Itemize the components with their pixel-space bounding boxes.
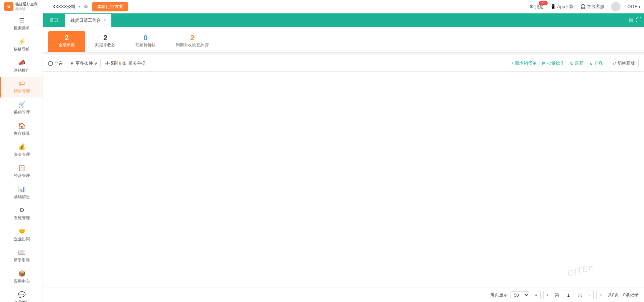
prev-page-button[interactable]: ‹ (543, 291, 552, 299)
sidebar-item-guide[interactable]: 📖 新手引导 (0, 245, 43, 266)
filter-chevron: ∨ (94, 61, 98, 66)
sidebar-item-cooperation[interactable]: 🤝 企业协同 (0, 224, 43, 245)
sidebar-item-operations[interactable]: 📋 经营管理 (0, 161, 43, 182)
system-icon: ⚙ (19, 206, 24, 214)
first-page-button[interactable]: « (532, 291, 541, 299)
sidebar-label-guide: 新手引导 (14, 257, 30, 263)
logo-text-block: 畅捷通好生意 标准版 (15, 2, 38, 11)
batch-icon: ⊞ (542, 61, 546, 66)
sidebar-item-quick-nav[interactable]: ⚡ 快捷导航 (0, 35, 43, 56)
found-text: 共找到 0 条 相关单据 (105, 60, 146, 66)
sidebar-item-finance[interactable]: 💰 资金管理 (0, 140, 43, 161)
empty-list-area (43, 72, 644, 288)
filter-icon: ▼ (70, 61, 74, 66)
sidebar-label-basic-info: 基础信息 (14, 194, 30, 200)
sidebar-label-quick-nav: 快捷导航 (14, 47, 30, 52)
sidebar-label-cooperation: 企业协同 (14, 236, 30, 242)
sidebar-item-marketing[interactable]: 📣 营销推广 (0, 56, 43, 77)
company-name: XXXXX公司 (52, 4, 75, 10)
message-badge: 99+ (539, 1, 548, 5)
found-count: 0 (119, 61, 121, 66)
switch-version-button[interactable]: ⇄ 切换新版 (609, 59, 639, 68)
stat-label-all: 全部单据 (59, 42, 75, 48)
sidebar: ☰ 搜索菜单 ⚡ 快捷导航 📣 营销推广 🏷 销售管理 🛒 采购管理 🏠 库存核… (0, 13, 43, 302)
stat-number-overdue: 2 (103, 34, 107, 42)
finance-icon: 💰 (18, 143, 25, 150)
select-all-input[interactable] (48, 61, 53, 66)
message-button[interactable]: ✉ 消息 99+ (530, 4, 544, 10)
stat-tab-all[interactable]: 2 全部单据 (48, 31, 85, 52)
sidebar-item-app-center[interactable]: 📦 应用中心 (0, 266, 43, 288)
total-records-label: 共0页，0条记录 (608, 292, 639, 298)
sidebar-item-system[interactable]: ⚙ 系统管理 (0, 203, 43, 224)
sales-icon: 🏷 (19, 80, 25, 87)
company-selector[interactable]: XXXXX公司 ▼ (52, 4, 81, 10)
stat-tab-shipped[interactable]: 2 到期未收款 已出库 (166, 31, 219, 52)
print-label: 打印 (595, 60, 603, 66)
trial-button[interactable]: 体验行业方案 (92, 2, 128, 11)
purchase-icon: 🛒 (18, 101, 25, 108)
tab-qianhuo[interactable]: 钱货日清工作台 × (65, 14, 111, 27)
logo-area: 6 畅捷通好生意 标准版 (4, 2, 47, 11)
tab-close-icon[interactable]: × (104, 18, 106, 23)
sidebar-item-sales[interactable]: 🏷 销售管理 (0, 77, 43, 98)
settings-icon[interactable]: ⚙ (84, 3, 88, 10)
chevron-down-icon: ▼ (77, 5, 81, 8)
toolbar: 全选 ▼ 更多条件 ∨ 共找到 0 条 相关单据 + 新增销货单 ⊞ (43, 55, 644, 72)
sidebar-label-app-center: 应用中心 (14, 279, 30, 284)
avatar[interactable] (611, 2, 621, 11)
print-icon: 🖨 (589, 61, 593, 66)
top-bar: 6 畅捷通好生意 标准版 XXXXX公司 ▼ ⚙ 体验行业方案 ✉ 消息 99+… (0, 0, 644, 13)
stat-label-overdue: 到期未收款 (95, 42, 115, 48)
batch-label: 批量操作 (547, 60, 565, 66)
stat-tab-pending[interactable]: 0 旺辅待确认 (125, 31, 166, 52)
sidebar-label-wechat: 企业微信 (14, 300, 30, 302)
guide-icon: 📖 (18, 249, 25, 256)
last-page-button[interactable]: » (596, 291, 605, 299)
sidebar-item-basic-info[interactable]: 📊 基础信息 (0, 182, 43, 203)
sidebar-item-search-menu[interactable]: ☰ 搜索菜单 (0, 13, 43, 35)
refresh-label: 刷新 (575, 60, 584, 66)
app-download-button[interactable]: 📱 App下载 (550, 4, 574, 10)
sidebar-label-sales: 销售管理 (14, 88, 30, 94)
stats-tabs: 2 全部单据 2 到期未收款 0 旺辅待确认 2 到期未收款 已出库 (43, 27, 644, 53)
per-page-select[interactable]: 50 100 200 (511, 291, 529, 299)
stat-label-pending: 旺辅待确认 (136, 42, 156, 48)
stat-number-shipped: 2 (191, 34, 195, 42)
logo-tag: 标准版 (15, 7, 38, 11)
sidebar-label-system: 系统管理 (14, 215, 30, 221)
online-service-button[interactable]: 🎧 在线客服 (580, 4, 604, 10)
tab-home[interactable]: 首页 (43, 13, 65, 27)
sidebar-label-marketing: 营销推广 (14, 68, 30, 73)
sidebar-label-inventory: 库存核算 (14, 131, 30, 136)
marketing-icon: 📣 (18, 59, 25, 66)
main-layout: ☰ 搜索菜单 ⚡ 快捷导航 📣 营销推广 🏷 销售管理 🛒 采购管理 🏠 库存核… (0, 13, 644, 302)
basic-info-icon: 📊 (18, 185, 25, 193)
select-all-label: 全选 (54, 60, 63, 66)
operations-icon: 📋 (18, 164, 25, 172)
app-download-label: App下载 (557, 4, 574, 10)
pagination-bar: 每页显示 50 100 200 « ‹ 第 页 › » 共0页，0条记录 (43, 288, 644, 302)
tab-bar-right: ⊠ ⛶ (629, 17, 644, 23)
select-all-checkbox[interactable]: 全选 (48, 60, 63, 66)
top-right-area: ✉ 消息 99+ 📱 App下载 🎧 在线客服 OfTEn (530, 2, 640, 11)
service-icon: 🎧 (580, 4, 586, 9)
batch-operation-button[interactable]: ⊞ 批量操作 (542, 60, 565, 66)
refresh-button[interactable]: ↻ 刷新 (570, 60, 584, 66)
stat-tab-overdue[interactable]: 2 到期未收款 (85, 31, 125, 52)
sidebar-item-purchase[interactable]: 🛒 采购管理 (0, 98, 43, 119)
sidebar-label-search-menu: 搜索菜单 (14, 25, 30, 31)
tab-fullscreen-icon[interactable]: ⛶ (636, 17, 641, 23)
sidebar-item-wechat[interactable]: 💬 企业微信 (0, 288, 43, 302)
tab-expand-icon[interactable]: ⊠ (629, 17, 633, 23)
search-menu-icon: ☰ (19, 17, 24, 24)
filter-button[interactable]: ▼ 更多条件 ∨ (67, 59, 101, 68)
add-sale-order-button[interactable]: + 新增销货单 (511, 60, 537, 66)
print-button[interactable]: 🖨 打印 (589, 60, 603, 66)
next-page-button[interactable]: › (585, 291, 594, 299)
cooperation-icon: 🤝 (18, 228, 25, 235)
page-number-input[interactable] (562, 291, 575, 299)
stat-label-shipped: 到期未收款 已出库 (176, 42, 209, 48)
switch-icon: ⇄ (612, 61, 616, 66)
sidebar-item-inventory[interactable]: 🏠 库存核算 (0, 119, 43, 140)
